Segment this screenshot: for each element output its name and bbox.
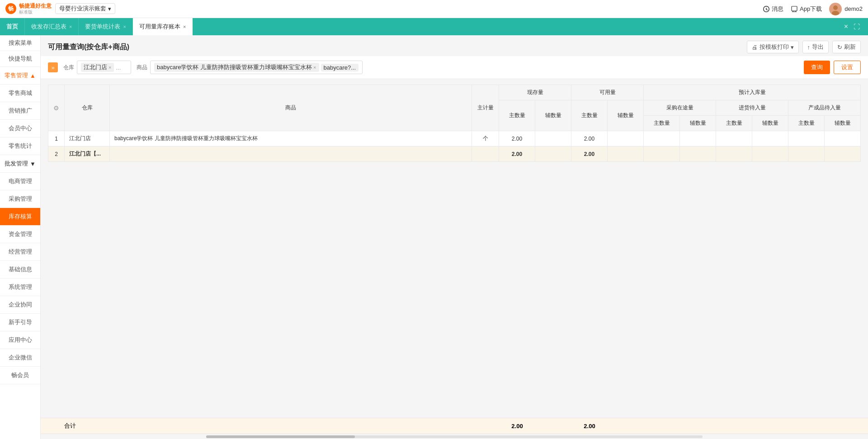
- sidebar-item-ecommerce[interactable]: 电商管理: [0, 173, 40, 190]
- top-bar-right: 消息 App下载 demo2: [763, 3, 863, 15]
- sidebar-item-new-guide[interactable]: 新手引导: [0, 314, 40, 331]
- product-input[interactable]: babycare学饮杯 儿童防摔防撞吸管杯重力球吸嘴杯宝宝水杯 × babyca…: [150, 61, 363, 74]
- th-avail-aux: 辅数量: [608, 100, 644, 131]
- page-header-actions: 🖨 按模板打印 ▾ ↑ 导出 ↻ 刷新: [747, 41, 861, 53]
- row2-num: 2: [48, 146, 65, 162]
- sidebar-item-retail-mall[interactable]: 零售商城: [0, 85, 40, 102]
- export-button[interactable]: ↑ 导出: [802, 41, 829, 53]
- warehouse-input[interactable]: 江北门店 × ...: [77, 61, 131, 74]
- template-select[interactable]: 母婴行业演示账套 ▾: [55, 3, 115, 14]
- sidebar-item-chang-member[interactable]: 畅会员: [0, 367, 40, 384]
- filter-bar: » 仓库 江北门店 × ... 商品 babycare学饮杯 儿童防摔防撞吸管杯…: [41, 56, 868, 79]
- row2-warehouse: 江北门店【...: [65, 146, 110, 162]
- logo-area: 畅 畅捷通好生意 标准版: [5, 3, 52, 14]
- close-all-tabs-button[interactable]: ×: [841, 23, 851, 31]
- row2-pur-transit-aux: [680, 146, 716, 162]
- row2-incoming-aux: [752, 146, 788, 162]
- user-name: demo2: [844, 5, 863, 12]
- query-button[interactable]: 查询: [804, 61, 830, 74]
- th-pur-transit: 采购在途量: [644, 100, 716, 116]
- th-unit: 主计量: [472, 85, 499, 131]
- tab-shoufacun[interactable]: 收发存汇总表 ×: [25, 18, 79, 35]
- product-label: 商品: [137, 64, 147, 71]
- wholesale-mgmt-arrow: ▼: [30, 160, 36, 167]
- sidebar-quick-nav-label: 快捷导航: [9, 55, 32, 62]
- th-avail-main: 主数量: [571, 100, 608, 131]
- chevron-down-icon: ▾: [108, 5, 111, 12]
- app-download-button[interactable]: App下载: [791, 5, 822, 13]
- data-table: ⚙ 仓库 商品 主计量 现存量 可用量 预计入库量 主数量 辅数量 主数量 辅数…: [48, 85, 861, 162]
- message-button[interactable]: 消息: [763, 5, 783, 13]
- template-value: 母婴行业演示账套: [59, 5, 106, 13]
- sidebar-item-operations[interactable]: 经营管理: [0, 243, 40, 261]
- sidebar-item-app-center[interactable]: 应用中心: [0, 331, 40, 349]
- scroll-thumb[interactable]: [206, 435, 355, 438]
- row1-stock-aux: [535, 131, 571, 146]
- filter-expand-button[interactable]: »: [48, 62, 58, 72]
- th-stock-aux: 辅数量: [535, 100, 571, 131]
- sidebar-item-purchase[interactable]: 采购管理: [0, 190, 40, 208]
- sidebar-item-retail-mgmt[interactable]: 零售管理 ▲: [0, 67, 40, 85]
- tab-shoufacun-close[interactable]: ×: [69, 24, 72, 29]
- scroll-track: [206, 435, 703, 438]
- product-tag2-value: babycare?...: [324, 64, 356, 71]
- footer-stock-main: 2.00: [499, 423, 535, 430]
- tab-yaohuo[interactable]: 要货单统计表 ×: [79, 18, 132, 35]
- tab-home[interactable]: 首页: [0, 18, 25, 35]
- sidebar-item-inventory[interactable]: 库存核算: [0, 208, 40, 226]
- row2-finished-aux: [825, 146, 861, 162]
- fullscreen-button[interactable]: ⛶: [851, 23, 863, 30]
- page-header: 可用量查询(按仓库+商品) 🖨 按模板打印 ▾ ↑ 导出 ↻ 刷新: [41, 35, 868, 56]
- sidebar-item-basic-info[interactable]: 基础信息: [0, 261, 40, 279]
- top-bar: 畅 畅捷通好生意 标准版 母婴行业演示账套 ▾ 消息 App下载 demo2: [0, 0, 868, 18]
- sidebar-item-enterprise-wechat[interactable]: 企业微信: [0, 349, 40, 367]
- user-area[interactable]: demo2: [829, 3, 863, 15]
- tab-available[interactable]: 可用量库存账本 ×: [133, 18, 193, 35]
- horizontal-scrollbar[interactable]: [41, 434, 868, 439]
- sidebar-item-marketing[interactable]: 营销推广: [0, 102, 40, 120]
- row2-stock-main: 2.00: [499, 146, 535, 162]
- tab-available-close[interactable]: ×: [183, 24, 186, 29]
- refresh-button[interactable]: ↻ 刷新: [832, 41, 861, 53]
- refresh-icon: ↻: [837, 44, 842, 51]
- tab-yaohuo-close[interactable]: ×: [123, 24, 126, 29]
- product-tag1-close[interactable]: ×: [313, 65, 316, 70]
- sidebar-item-member-center[interactable]: 会员中心: [0, 120, 40, 137]
- message-label: 消息: [772, 5, 783, 13]
- sidebar-item-enterprise-collab[interactable]: 企业协同: [0, 296, 40, 314]
- sidebar-item-quick-nav[interactable]: 快捷导航: [0, 51, 40, 67]
- row1-finished-main: [788, 131, 825, 146]
- th-available: 可用量: [571, 85, 644, 100]
- nav-tab-actions: × ⛶: [836, 18, 868, 35]
- th-settings: ⚙: [48, 85, 65, 131]
- export-label: 导出: [812, 43, 824, 51]
- sidebar-item-finance[interactable]: 资金管理: [0, 226, 40, 243]
- warehouse-filter: 仓库 江北门店 × ...: [63, 61, 131, 74]
- wholesale-mgmt-label: 批发管理: [5, 160, 28, 168]
- th-finished-main: 主数量: [788, 116, 825, 131]
- gear-icon[interactable]: ⚙: [53, 104, 59, 112]
- sidebar-item-wholesale-mgmt[interactable]: 批发管理 ▼: [0, 155, 40, 173]
- filter-actions: 查询 设置: [804, 61, 861, 74]
- retail-mgmt-label: 零售管理: [5, 71, 28, 80]
- main-layout: 搜索菜单 快捷导航 零售管理 ▲ 零售商城 营销推广 会员中心 零售统计 批发管…: [0, 35, 868, 439]
- print-template-button[interactable]: 🖨 按模板打印 ▾: [747, 41, 799, 53]
- sidebar-item-search-menu[interactable]: 搜索菜单: [0, 35, 40, 51]
- svg-point-1: [833, 5, 838, 10]
- sidebar-search-label: 搜索菜单: [9, 39, 32, 46]
- settings-button[interactable]: 设置: [834, 61, 861, 74]
- warehouse-dots[interactable]: ...: [116, 64, 121, 71]
- row2-product: [110, 146, 472, 162]
- warehouse-tag-close[interactable]: ×: [108, 65, 111, 70]
- warehouse-tag-value: 江北门店: [84, 63, 107, 71]
- page-title: 可用量查询(按仓库+商品): [48, 42, 129, 52]
- sidebar-item-retail-stats[interactable]: 零售统计: [0, 137, 40, 155]
- tab-yaohuo-label: 要货单统计表: [85, 23, 120, 31]
- sidebar: 搜索菜单 快捷导航 零售管理 ▲ 零售商城 营销推广 会员中心 零售统计 批发管…: [0, 35, 41, 439]
- row1-unit: 个: [472, 131, 499, 146]
- row1-pur-transit-main: [644, 131, 680, 146]
- table-area: ⚙ 仓库 商品 主计量 现存量 可用量 预计入库量 主数量 辅数量 主数量 辅数…: [41, 79, 868, 418]
- sidebar-item-system[interactable]: 系统管理: [0, 279, 40, 296]
- row2-stock-aux: [535, 146, 571, 162]
- th-product: 商品: [110, 85, 472, 131]
